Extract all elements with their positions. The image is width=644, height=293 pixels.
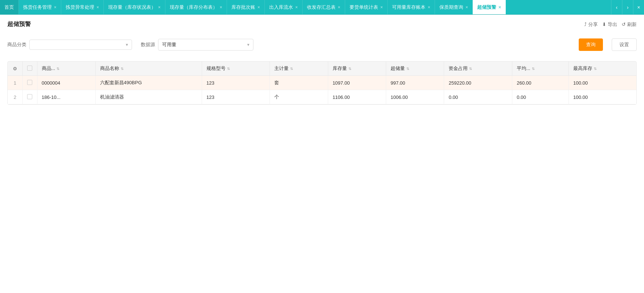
- col-spec-sort-icon: ⇅: [227, 67, 230, 71]
- nav-quality-check-close[interactable]: ×: [465, 5, 468, 10]
- product-category-chevron-icon: ▾: [126, 42, 128, 47]
- nav-available-account-label: 可用量库存账本: [392, 4, 425, 11]
- nav-inventory-status[interactable]: 现存量（库存状况表） ×: [104, 0, 165, 14]
- col-avg-sort-icon: ⇅: [532, 67, 535, 71]
- export-button[interactable]: ⬇ 导出: [602, 21, 617, 28]
- header-checkbox[interactable]: [27, 66, 32, 71]
- col-stock[interactable]: 库存量 ⇅: [328, 62, 386, 76]
- col-overstock-label: 超储量: [391, 65, 405, 72]
- col-unit[interactable]: 主计量 ⇅: [270, 62, 328, 76]
- row-capital-occ: 0.00: [444, 90, 512, 104]
- nav-task-mgmt-close[interactable]: ×: [54, 5, 56, 10]
- nav-inventory-dist[interactable]: 现存量（库存分布表） ×: [165, 0, 227, 14]
- row-num: 2: [8, 90, 22, 104]
- nav-order-stats-label: 要货单统计表: [350, 4, 378, 11]
- col-checkbox: [22, 62, 37, 76]
- data-source-filter: 数据源 可用量 ▾: [141, 39, 253, 51]
- nav-overstock-warning[interactable]: 超储预警 ×: [473, 0, 506, 14]
- nav-inventory-dist-close[interactable]: ×: [220, 5, 222, 10]
- table-row: 2 186-10... 机油滤清器 123 个 1106.00 1006.00 …: [8, 90, 636, 104]
- row-checkbox[interactable]: [27, 80, 32, 85]
- col-unit-label: 主计量: [274, 65, 289, 72]
- nav-inventory-dist-label: 现存量（库存分布表）: [170, 4, 217, 11]
- share-label: 分享: [588, 21, 598, 28]
- row-stock: 1097.00: [328, 76, 386, 90]
- col-stock-label: 库存量: [333, 65, 347, 72]
- col-max-stock-sort-icon: ⇅: [594, 67, 597, 71]
- nav-in-out-flow-close[interactable]: ×: [295, 5, 298, 10]
- row-stock: 1106.00: [328, 90, 386, 104]
- col-avg[interactable]: 平均... ⇅: [512, 62, 569, 76]
- overstock-table: ⚙ 商品... ⇅ 商品名称 ⇅: [8, 62, 636, 104]
- nav-recv-send-close[interactable]: ×: [338, 5, 340, 10]
- nav-home[interactable]: 首页: [0, 0, 19, 14]
- col-product-name-label: 商品名称: [100, 65, 119, 72]
- nav-abnormal-close[interactable]: ×: [96, 5, 99, 10]
- row-checkbox-cell: [22, 76, 37, 90]
- col-spec[interactable]: 规格型号 ⇅: [202, 62, 270, 76]
- gear-icon[interactable]: ⚙: [13, 66, 17, 71]
- data-source-label: 数据源: [141, 41, 155, 48]
- nav-arrow-close[interactable]: ×: [633, 0, 644, 14]
- row-checkbox[interactable]: [27, 94, 32, 99]
- data-source-select[interactable]: 可用量 ▾: [158, 39, 253, 51]
- col-unit-sort-icon: ⇅: [290, 67, 293, 71]
- refresh-label: 刷新: [627, 21, 637, 28]
- page-header: 超储预警 ⤴ 分享 ⬇ 导出 ↺ 刷新: [7, 21, 637, 28]
- nav-batch-account-close[interactable]: ×: [257, 5, 260, 10]
- product-category-select[interactable]: ▾: [29, 40, 132, 50]
- page-content: 超储预警 ⤴ 分享 ⬇ 导出 ↺ 刷新 商品分类 ▾ 数据源: [0, 15, 644, 293]
- col-product-code[interactable]: 商品... ⇅: [37, 62, 95, 76]
- page-title: 超储预警: [7, 21, 31, 28]
- col-product-code-sort-icon: ⇅: [56, 67, 59, 71]
- nav-abnormal[interactable]: 拣货异常处理 ×: [61, 0, 104, 14]
- col-capital-label: 资金占用: [449, 65, 468, 72]
- table-header-row: ⚙ 商品... ⇅ 商品名称 ⇅: [8, 62, 636, 76]
- nav-home-label: 首页: [4, 4, 14, 11]
- col-overstock[interactable]: 超储量 ⇅: [386, 62, 444, 76]
- nav-available-account[interactable]: 可用量库存账本 ×: [388, 0, 435, 14]
- data-source-value: 可用量: [162, 41, 176, 48]
- col-max-stock-label: 最高库存: [573, 65, 592, 72]
- nav-arrow-left[interactable]: ‹: [611, 0, 622, 14]
- settings-button[interactable]: 设置: [612, 38, 637, 51]
- nav-arrow-right[interactable]: ›: [622, 0, 633, 14]
- nav-inventory-status-close[interactable]: ×: [158, 5, 161, 10]
- row-spec: 123: [202, 90, 270, 104]
- col-stock-sort-icon: ⇅: [348, 67, 351, 71]
- refresh-button[interactable]: ↺ 刷新: [622, 21, 637, 28]
- share-button[interactable]: ⤴ 分享: [584, 21, 598, 28]
- col-max-stock[interactable]: 最高库存 ⇅: [568, 62, 636, 76]
- row-num: 1: [8, 76, 22, 90]
- nav-in-out-flow[interactable]: 出入库流水 ×: [265, 0, 303, 14]
- nav-quality-check[interactable]: 保质期查询 ×: [435, 0, 473, 14]
- col-product-name[interactable]: 商品名称 ⇅: [95, 62, 202, 76]
- row-product-name: 机油滤清器: [95, 90, 202, 104]
- row-capital-occ: 259220.00: [444, 76, 512, 90]
- row-overstock: 1006.00: [386, 90, 444, 104]
- col-product-name-sort-icon: ⇅: [121, 67, 124, 71]
- nav-available-account-close[interactable]: ×: [428, 5, 430, 10]
- nav-batch-account-label: 库存批次账: [231, 4, 255, 11]
- col-spec-label: 规格型号: [206, 65, 226, 72]
- row-checkbox-cell: [22, 90, 37, 104]
- nav-bar: 首页 拣货任务管理 × 拣货异常处理 × 现存量（库存状况表） × 现存量（库存…: [0, 0, 644, 15]
- nav-overstock-warning-label: 超储预警: [477, 4, 496, 11]
- nav-order-stats[interactable]: 要货单统计表 ×: [345, 0, 388, 14]
- nav-task-mgmt-label: 拣货任务管理: [23, 4, 52, 11]
- nav-batch-account[interactable]: 库存批次账 ×: [227, 0, 265, 14]
- col-capital[interactable]: 资金占用 ⇅: [444, 62, 512, 76]
- col-capital-sort-icon: ⇅: [469, 67, 472, 71]
- row-avg: 260.00: [512, 76, 569, 90]
- row-product-code: 186-10...: [37, 90, 95, 104]
- product-category-filter: 商品分类 ▾: [7, 40, 132, 50]
- nav-recv-send[interactable]: 收发存汇总表 ×: [303, 0, 345, 14]
- nav-task-mgmt[interactable]: 拣货任务管理 ×: [19, 0, 61, 14]
- col-product-code-label: 商品...: [42, 65, 55, 72]
- col-gear[interactable]: ⚙: [8, 62, 22, 76]
- nav-overstock-warning-close[interactable]: ×: [498, 5, 501, 10]
- export-icon: ⬇: [602, 22, 606, 27]
- nav-order-stats-close[interactable]: ×: [380, 5, 383, 10]
- row-spec: 123: [202, 76, 270, 90]
- query-button[interactable]: 查询: [579, 38, 603, 51]
